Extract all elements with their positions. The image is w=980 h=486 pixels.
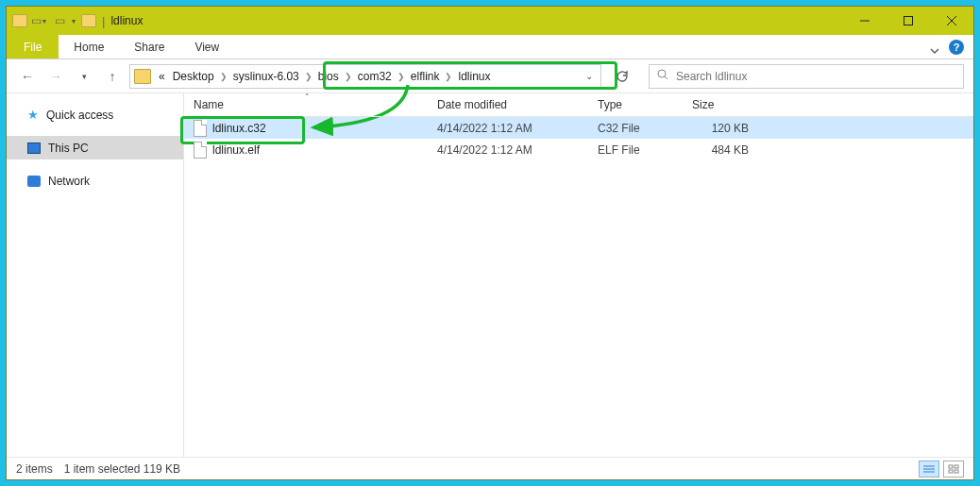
breadcrumb-item[interactable]: bios: [314, 65, 343, 88]
breadcrumb[interactable]: « Desktop ❯ syslinux-6.03 ❯ bios ❯ com32…: [129, 64, 601, 89]
refresh-icon: [616, 70, 629, 83]
ribbon-tabs: File Home Share View ?: [7, 35, 973, 59]
search-icon: [657, 69, 668, 83]
search-input[interactable]: [674, 69, 955, 84]
file-date: 4/14/2022 1:12 AM: [428, 122, 588, 135]
chevron-right-icon[interactable]: ❯: [396, 72, 407, 81]
file-type: C32 File: [588, 122, 683, 135]
status-bar: 2 items 1 item selected 119 KB: [7, 457, 973, 479]
sort-indicator-icon: ˄: [305, 92, 310, 102]
nav-quick-access[interactable]: ★ Quick access: [7, 103, 183, 126]
status-selection: 1 item selected 119 KB: [64, 462, 180, 476]
thumbnails-icon: [948, 464, 959, 474]
file-size: 120 KB: [683, 122, 777, 135]
file-date: 4/14/2022 1:12 AM: [428, 143, 588, 157]
properties-icon[interactable]: ▭▾: [29, 11, 48, 30]
svg-line-5: [665, 76, 667, 79]
breadcrumb-item[interactable]: syslinux-6.03: [229, 65, 303, 88]
maximize-button[interactable]: [887, 7, 930, 35]
file-type: ELF File: [588, 143, 683, 157]
breadcrumb-overflow[interactable]: «: [155, 65, 169, 88]
file-name: ldlinux.elf: [212, 143, 260, 157]
folder-icon[interactable]: [12, 14, 27, 27]
address-row: ← → ▾ ↑ « Desktop ❯ syslinux-6.03 ❯ bios…: [7, 59, 973, 93]
minimize-icon: [860, 16, 870, 25]
up-button[interactable]: ↑: [101, 65, 124, 88]
tab-share[interactable]: Share: [119, 35, 179, 59]
tab-file[interactable]: File: [7, 35, 59, 59]
new-folder-icon[interactable]: ▭: [50, 11, 69, 30]
nav-label: Network: [48, 175, 90, 188]
breadcrumb-item[interactable]: com32: [354, 65, 396, 88]
svg-rect-11: [949, 470, 953, 473]
file-name: ldlinux.c32: [212, 122, 266, 135]
file-icon: [194, 142, 207, 159]
titlebar: ▭▾ ▭ ▾ | ldlinux: [7, 7, 973, 35]
ribbon-collapse-icon[interactable]: [930, 42, 939, 52]
navigation-pane: ★ Quick access This PC Network: [7, 93, 184, 457]
forward-button[interactable]: →: [44, 65, 67, 88]
search-box[interactable]: [649, 64, 964, 89]
file-row[interactable]: ldlinux.elf 4/14/2022 1:12 AM ELF File 4…: [184, 139, 973, 160]
column-headers: ˄ Name Date modified Type Size: [184, 93, 973, 117]
nav-this-pc[interactable]: This PC: [7, 136, 183, 159]
tab-home[interactable]: Home: [59, 35, 119, 59]
file-list: ˄ Name Date modified Type Size ldlinux.c…: [184, 93, 973, 457]
chevron-right-icon[interactable]: ❯: [303, 72, 314, 81]
breadcrumb-item[interactable]: Desktop: [169, 65, 218, 88]
nav-network[interactable]: Network: [7, 169, 183, 193]
chevron-right-icon[interactable]: ❯: [343, 72, 354, 81]
recent-locations-button[interactable]: ▾: [73, 65, 95, 88]
close-icon: [947, 16, 956, 25]
svg-rect-9: [949, 465, 953, 468]
history-dropdown-icon[interactable]: ⌄: [585, 71, 593, 81]
status-count: 2 items: [16, 462, 53, 476]
window-title: ldlinux: [110, 14, 143, 27]
folder-icon: [134, 69, 151, 84]
window-folder-icon: [81, 14, 96, 27]
svg-rect-10: [955, 465, 958, 468]
quick-access-toolbar: ▭▾ ▭ ▾: [12, 11, 76, 30]
column-date[interactable]: Date modified: [428, 98, 588, 111]
minimize-button[interactable]: [843, 7, 887, 35]
maximize-icon: [904, 16, 913, 25]
column-size[interactable]: Size: [683, 98, 777, 111]
file-size: 484 KB: [683, 143, 777, 157]
breadcrumb-item[interactable]: elflink: [407, 65, 444, 88]
star-icon: ★: [27, 108, 39, 122]
refresh-button[interactable]: [611, 65, 634, 88]
help-button[interactable]: ?: [949, 40, 964, 55]
qat-dropdown-icon[interactable]: ▾: [72, 17, 76, 25]
svg-rect-12: [955, 470, 958, 473]
nav-label: This PC: [48, 142, 89, 155]
close-button[interactable]: [930, 7, 973, 35]
title-separator: |: [102, 14, 105, 28]
svg-rect-1: [904, 17, 913, 25]
svg-point-4: [658, 70, 666, 77]
pc-icon: [27, 142, 41, 154]
nav-label: Quick access: [46, 109, 113, 122]
chevron-right-icon[interactable]: ❯: [443, 72, 454, 81]
file-row[interactable]: ldlinux.c32 4/14/2022 1:12 AM C32 File 1…: [184, 117, 973, 139]
body: ★ Quick access This PC Network ˄ Name Da…: [7, 93, 973, 457]
chevron-right-icon[interactable]: ❯: [218, 72, 229, 81]
tab-view[interactable]: View: [179, 35, 234, 59]
view-details-button[interactable]: [919, 461, 939, 478]
file-icon: [194, 120, 207, 137]
column-type[interactable]: Type: [588, 98, 683, 111]
network-icon: [27, 176, 41, 187]
breadcrumb-item[interactable]: ldlinux: [454, 65, 494, 88]
view-thumbnails-button[interactable]: [943, 461, 964, 478]
back-button[interactable]: ←: [16, 65, 39, 88]
explorer-window: ▭▾ ▭ ▾ | ldlinux File Home Share View: [6, 6, 974, 480]
details-icon: [923, 464, 935, 474]
